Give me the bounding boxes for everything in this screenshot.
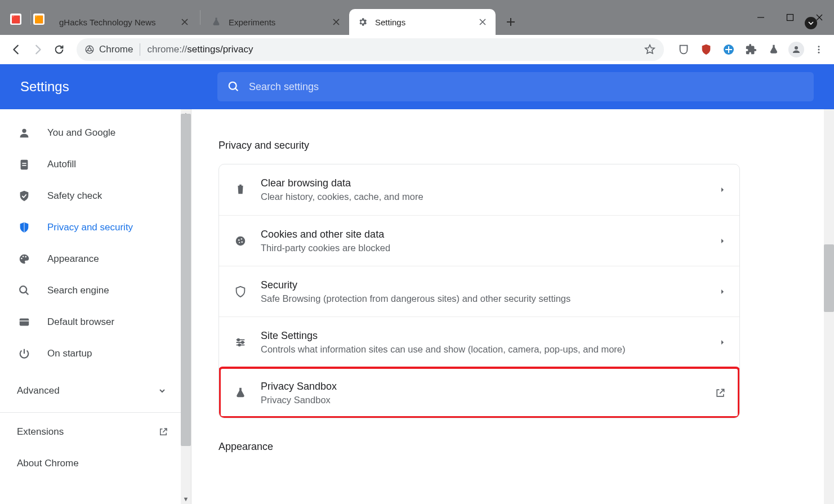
search-icon (17, 283, 32, 298)
back-button[interactable] (6, 39, 27, 60)
sidebar-item-autofill[interactable]: Autofill (0, 149, 176, 180)
search-icon (228, 81, 240, 93)
cookie-icon (233, 233, 248, 249)
close-icon[interactable] (180, 17, 190, 27)
svg-rect-18 (20, 320, 29, 321)
tab-separator (30, 10, 31, 25)
sidebar-item-appearance[interactable]: Appearance (0, 243, 176, 275)
sidebar-item-default-browser[interactable]: Default browser (0, 306, 176, 338)
sidebar-item-label: You and Google (47, 127, 115, 139)
sidebar-item-on-startup[interactable]: On startup (0, 338, 176, 369)
main-content: Privacy and security Clear browsing data… (191, 109, 834, 504)
svg-point-4 (795, 46, 798, 50)
row-desc: Privacy Sandbox (261, 395, 702, 405)
svg-point-14 (25, 256, 26, 258)
main-scrollbar[interactable] (824, 109, 834, 504)
svg-point-22 (241, 241, 243, 243)
shield-red-icon[interactable] (697, 40, 716, 59)
shield-icon (233, 284, 248, 300)
bookmark-star-icon[interactable] (644, 43, 656, 56)
sidebar-item-privacy-security[interactable]: Privacy and security (0, 212, 176, 243)
separator (0, 412, 191, 413)
sliders-icon (233, 334, 248, 350)
site-chip[interactable]: Chrome (84, 44, 133, 55)
extensions-puzzle-icon[interactable] (742, 40, 761, 59)
tab-title: Settings (375, 17, 471, 27)
row-cookies[interactable]: Cookies and other site data Third-party … (219, 215, 739, 266)
reload-button[interactable] (48, 39, 70, 60)
search-settings[interactable] (217, 72, 814, 101)
sidebar-extensions[interactable]: Extensions (0, 416, 191, 448)
svg-point-25 (242, 341, 244, 344)
sidebar-item-you-and-google[interactable]: You and Google (0, 117, 176, 149)
clipboard-icon (17, 157, 32, 172)
open-external-icon (715, 387, 726, 399)
section-title-appearance: Appearance (218, 441, 740, 453)
flask-icon[interactable] (764, 40, 783, 59)
pinned-tab-favicon[interactable]: 🟥 (10, 14, 21, 25)
close-icon[interactable] (478, 17, 488, 27)
sidebar-item-label: Privacy and security (47, 222, 133, 233)
browser-tab-settings[interactable]: Settings (349, 9, 496, 35)
tab-title: gHacks Technology News (59, 17, 173, 27)
svg-point-13 (23, 256, 24, 257)
sidebar-extensions-label: Extensions (17, 426, 64, 438)
sidebar-advanced-label: Advanced (17, 385, 60, 396)
sidebar-scrollbar[interactable]: ▲ ▼ (181, 109, 191, 504)
sidebar-about-label: About Chrome (17, 458, 79, 469)
svg-point-21 (241, 238, 242, 239)
maximize-button[interactable] (775, 6, 805, 29)
row-site-settings[interactable]: Site Settings Controls what information … (219, 316, 739, 367)
svg-point-2 (88, 48, 91, 51)
minimize-button[interactable] (746, 6, 775, 29)
svg-rect-0 (787, 15, 793, 21)
search-input[interactable] (249, 81, 804, 93)
new-tab-button[interactable] (501, 12, 520, 32)
sidebar-item-search-engine[interactable]: Search engine (0, 275, 176, 306)
svg-point-8 (229, 82, 237, 90)
pinned-tab-favicon-2[interactable]: 🟧 (33, 14, 44, 25)
settings-body: You and Google Autofill Safety check Pri… (0, 109, 834, 504)
browser-tab-experiments[interactable]: Experiments (203, 9, 349, 35)
scrollbar-thumb[interactable] (824, 244, 834, 312)
svg-point-23 (239, 242, 240, 243)
row-title: Clear browsing data (261, 177, 707, 189)
omnibox[interactable]: Chrome chrome://settings/privacy (77, 38, 664, 61)
flask-icon (211, 16, 222, 28)
row-security[interactable]: Security Safe Browsing (protection from … (219, 266, 739, 316)
tab-strip: 🟥 🟧 gHacks Technology News Experiments (0, 0, 834, 35)
chevron-right-icon (719, 186, 726, 193)
circle-blue-icon[interactable] (719, 40, 738, 59)
svg-rect-11 (22, 165, 26, 166)
tab-title: Experiments (229, 17, 324, 27)
chrome-icon (84, 44, 95, 55)
palette-icon (17, 252, 32, 266)
kebab-menu-icon[interactable] (809, 40, 828, 59)
tab-separator (200, 10, 200, 25)
close-window-button[interactable] (805, 6, 834, 29)
sidebar-about-chrome[interactable]: About Chrome (0, 448, 191, 479)
row-privacy-sandbox[interactable]: Privacy Sandbox Privacy Sandbox (219, 367, 739, 418)
row-title: Site Settings (261, 330, 707, 342)
extension-icons (674, 40, 828, 59)
close-icon[interactable] (331, 17, 341, 27)
scroll-down-icon[interactable]: ▼ (181, 494, 191, 504)
scrollbar-thumb[interactable] (181, 114, 191, 446)
sidebar: You and Google Autofill Safety check Pri… (0, 109, 191, 504)
profile-avatar[interactable] (787, 40, 806, 59)
sidebar-item-label: Search engine (47, 285, 109, 296)
sidebar-advanced[interactable]: Advanced (0, 375, 191, 407)
chevron-right-icon (719, 339, 726, 346)
row-clear-browsing-data[interactable]: Clear browsing data Clear history, cooki… (219, 164, 739, 215)
svg-point-12 (21, 258, 23, 260)
row-desc: Clear history, cookies, cache, and more (261, 191, 707, 202)
chevron-right-icon (719, 238, 726, 244)
person-icon (17, 126, 32, 140)
browser-tab-ghacks[interactable]: gHacks Technology News (51, 9, 198, 35)
forward-button[interactable] (27, 39, 48, 60)
row-title: Security (261, 279, 707, 291)
ublock-icon[interactable] (674, 40, 693, 59)
settings-header: Settings (0, 64, 834, 109)
sidebar-item-safety-check[interactable]: Safety check (0, 180, 176, 212)
sidebar-item-label: Safety check (47, 190, 102, 202)
